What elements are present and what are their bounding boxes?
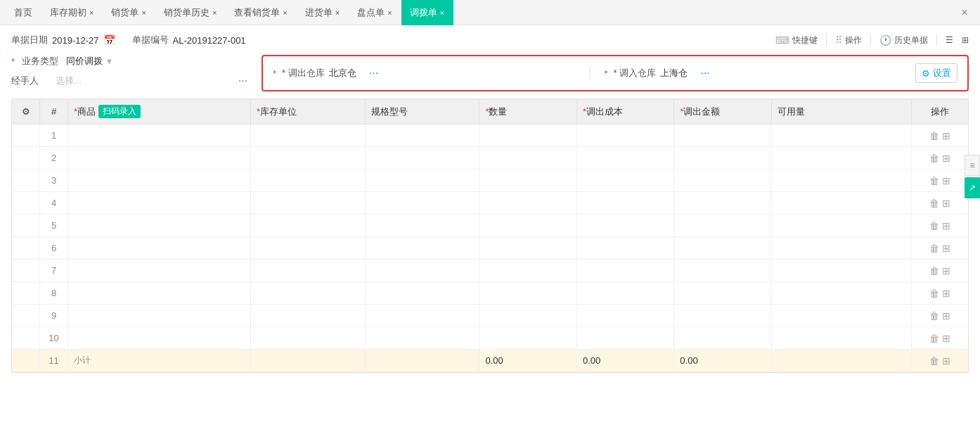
row-qty-5[interactable] <box>479 215 576 236</box>
row-cost-8[interactable] <box>577 282 674 304</box>
copy-icon-2[interactable]: ⊞ <box>942 153 950 164</box>
row-cost-3[interactable] <box>577 170 674 191</box>
row-cost-10[interactable] <box>577 327 674 349</box>
delete-icon-1[interactable]: 🗑 <box>929 130 939 141</box>
delete-icon-4[interactable]: 🗑 <box>929 198 939 209</box>
tab-close-sales-history[interactable]: × <box>212 8 217 17</box>
row-product-6[interactable] <box>68 237 251 259</box>
row-product-1[interactable] <box>68 125 251 146</box>
row-qty-8[interactable] <box>479 282 576 304</box>
tab-close-inventory-init[interactable]: × <box>89 8 94 17</box>
handler-placeholder[interactable]: 选择... <box>56 75 82 87</box>
row-cost-2[interactable] <box>577 147 674 169</box>
subtotal-delete-icon[interactable]: 🗑 <box>929 355 939 367</box>
tab-transfer[interactable]: 调拨单 × <box>401 0 453 25</box>
tab-close-purchase[interactable]: × <box>335 8 340 17</box>
row-amount-4[interactable] <box>674 192 771 214</box>
tab-inventory-init[interactable]: 库存期初 × <box>41 0 103 25</box>
row-unit-9[interactable] <box>251 305 366 326</box>
tab-home[interactable]: 首页 <box>6 0 41 25</box>
row-cost-4[interactable] <box>577 192 674 214</box>
row-spec-7[interactable] <box>366 260 480 281</box>
row-spec-9[interactable] <box>366 305 480 326</box>
row-amount-8[interactable] <box>674 282 771 304</box>
row-qty-10[interactable] <box>479 327 576 349</box>
scan-button[interactable]: 扫码录入 <box>98 105 141 118</box>
shortcut-key-button[interactable]: ⌨ 快捷键 <box>775 34 818 46</box>
copy-icon-1[interactable]: ⊞ <box>942 130 950 141</box>
row-spec-5[interactable] <box>366 215 480 236</box>
row-unit-1[interactable] <box>251 125 366 146</box>
tab-sales[interactable]: 销货单 × <box>103 0 155 25</box>
row-qty-1[interactable] <box>479 125 576 146</box>
row-qty-4[interactable] <box>479 192 576 214</box>
in-warehouse-more[interactable]: ··· <box>697 67 712 79</box>
row-cost-5[interactable] <box>577 215 674 236</box>
row-product-8[interactable] <box>68 282 251 304</box>
tab-purchase[interactable]: 进货单 × <box>297 0 349 25</box>
copy-icon-8[interactable]: ⊞ <box>942 288 950 299</box>
tab-close-inventory[interactable]: × <box>387 8 392 17</box>
tab-close-sales[interactable]: × <box>141 8 146 17</box>
row-unit-4[interactable] <box>251 192 366 214</box>
tab-close-transfer[interactable]: × <box>440 8 444 17</box>
row-amount-9[interactable] <box>674 305 771 326</box>
delete-icon-6[interactable]: 🗑 <box>929 243 939 254</box>
row-qty-7[interactable] <box>479 260 576 281</box>
tab-inventory[interactable]: 盘点单 × <box>349 0 401 25</box>
settings-button[interactable]: ⚙ 设置 <box>915 63 958 83</box>
history-doc-button[interactable]: 🕐 历史单据 <box>879 34 928 46</box>
row-unit-2[interactable] <box>251 147 366 169</box>
subtotal-copy-icon[interactable]: ⊞ <box>942 355 950 367</box>
row-amount-5[interactable] <box>674 215 771 236</box>
row-product-3[interactable] <box>68 170 251 191</box>
row-cost-1[interactable] <box>577 125 674 146</box>
row-cost-6[interactable] <box>577 237 674 259</box>
side-list-button[interactable]: ≡ <box>965 155 980 176</box>
copy-icon-4[interactable]: ⊞ <box>942 198 950 209</box>
row-spec-1[interactable] <box>366 125 480 146</box>
out-warehouse-more[interactable]: ··· <box>366 67 381 79</box>
side-expand-button[interactable]: ↗ <box>965 177 980 198</box>
row-spec-8[interactable] <box>366 282 480 304</box>
row-unit-8[interactable] <box>251 282 366 304</box>
row-product-5[interactable] <box>68 215 251 236</box>
delete-icon-7[interactable]: 🗑 <box>929 265 939 276</box>
tab-close-view-sales[interactable]: × <box>283 8 287 17</box>
row-amount-1[interactable] <box>674 125 771 146</box>
delete-icon-9[interactable]: 🗑 <box>929 310 939 321</box>
calendar-icon[interactable]: 📅 <box>103 34 115 46</box>
row-cost-7[interactable] <box>577 260 674 281</box>
row-spec-3[interactable] <box>366 170 480 191</box>
row-qty-9[interactable] <box>479 305 576 326</box>
row-product-10[interactable] <box>68 327 251 349</box>
row-spec-10[interactable] <box>366 327 480 349</box>
delete-icon-2[interactable]: 🗑 <box>929 153 939 164</box>
window-close-button[interactable]: × <box>955 3 974 23</box>
row-qty-3[interactable] <box>479 170 576 191</box>
copy-icon-5[interactable]: ⊞ <box>942 220 950 231</box>
tab-view-sales[interactable]: 查看销货单 × <box>226 0 296 25</box>
row-unit-7[interactable] <box>251 260 366 281</box>
row-qty-6[interactable] <box>479 237 576 259</box>
row-spec-2[interactable] <box>366 147 480 169</box>
row-qty-2[interactable] <box>479 147 576 169</box>
row-amount-10[interactable] <box>674 327 771 349</box>
row-product-9[interactable] <box>68 305 251 326</box>
row-unit-6[interactable] <box>251 237 366 259</box>
operations-button[interactable]: ⠿ 操作 <box>835 34 862 46</box>
copy-icon-10[interactable]: ⊞ <box>942 333 950 344</box>
delete-icon-3[interactable]: 🗑 <box>929 175 939 186</box>
view-toggle-button[interactable]: ☰ <box>946 35 953 45</box>
delete-icon-8[interactable]: 🗑 <box>929 288 939 299</box>
row-amount-6[interactable] <box>674 237 771 259</box>
row-unit-10[interactable] <box>251 327 366 349</box>
row-cost-9[interactable] <box>577 305 674 326</box>
copy-icon-3[interactable]: ⊞ <box>942 175 950 186</box>
delete-icon-5[interactable]: 🗑 <box>929 220 939 231</box>
row-product-4[interactable] <box>68 192 251 214</box>
grid-toggle-button[interactable]: ⊞ <box>962 35 969 45</box>
copy-icon-6[interactable]: ⊞ <box>942 243 950 254</box>
row-amount-2[interactable] <box>674 147 771 169</box>
row-product-7[interactable] <box>68 260 251 281</box>
